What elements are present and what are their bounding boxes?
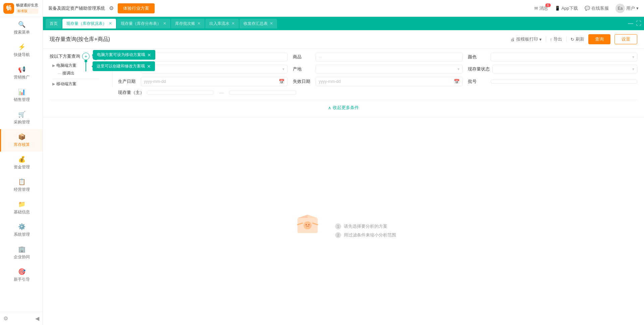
tab-inventory-dist[interactable]: 现存量（库存分布表） ✕ xyxy=(117,19,170,29)
batch-input[interactable] xyxy=(491,79,637,84)
notification-btn[interactable]: ✉ 消息 6 xyxy=(534,5,548,11)
sidebar-item-operation[interactable]: 📋 经营管理 xyxy=(0,174,43,197)
empty-state: 1 请先选择要分析的方案 2 用过滤条件来缩小分析范围 xyxy=(43,118,644,325)
tab-stock-flow[interactable]: 出入库流水 ✕ xyxy=(205,19,239,29)
stock-main-to[interactable] xyxy=(229,91,296,95)
tab-close-recv-send[interactable]: ✕ xyxy=(270,21,273,26)
finance-icon: 💰 xyxy=(18,156,25,163)
system-icon: ⚙️ xyxy=(18,223,25,230)
tooltip-add-close[interactable]: ✕ xyxy=(147,52,151,58)
prod-date-label: 生产日期 xyxy=(118,78,138,85)
color-label: 颜色 xyxy=(468,54,488,60)
tab-home[interactable]: 首页 xyxy=(46,19,62,29)
user-avatar: Ea xyxy=(615,4,625,13)
size-input[interactable]: ▾ xyxy=(141,65,287,73)
stock-status-input[interactable]: ▾ xyxy=(492,65,637,73)
chevron-down-icon: ▾ xyxy=(636,6,639,11)
prod-date-input[interactable]: yyyy-mm-dd 📅 xyxy=(141,77,287,86)
goods-label: 商品 xyxy=(293,54,313,60)
tab-recv-send[interactable]: 收发存汇总表 ✕ xyxy=(239,19,277,29)
scheme-add-btn[interactable]: + xyxy=(82,53,90,60)
reset-btn[interactable]: 设置 xyxy=(614,34,637,44)
page-header: 现存量查询(按仓库+商品) 🖨 按模板打印 ▾ ↑ 导出 ↻ 刷新 查询 xyxy=(43,30,644,49)
chevron-down-icon: ▾ xyxy=(539,37,542,42)
user-menu[interactable]: Ea 用户 ▾ xyxy=(615,4,639,13)
warehouse-input[interactable]: ··· xyxy=(141,53,287,61)
main: 装备及固定资产辅助管理系统 ⚙ 体验行业方案 ✉ 消息 6 📱 App下载 💬 … xyxy=(43,0,644,325)
sidebar-item-label: 搜索菜单 xyxy=(14,30,30,35)
collapse-btn[interactable]: ∧ 收起更多条件 xyxy=(50,102,637,113)
query-btn[interactable]: 查询 xyxy=(588,34,610,44)
sidebar-item-system[interactable]: ⚙️ 系统管理 xyxy=(0,219,43,241)
notification-icon: ✉ xyxy=(534,6,538,11)
sidebar-item-marketing[interactable]: 📢 营销推广 xyxy=(0,62,43,84)
filter-stock-status: 现存量状态 ▾ xyxy=(468,65,637,73)
origin-input[interactable]: ▾ xyxy=(316,65,462,73)
chevron-up-icon: ∧ xyxy=(328,105,331,110)
print-icon: 🖨 xyxy=(511,37,515,42)
refresh-icon: ↻ xyxy=(571,37,574,42)
settings-icon[interactable]: ⚙ xyxy=(3,315,8,322)
tab-close-inventory-dist[interactable]: ✕ xyxy=(163,21,166,26)
batch-label: 批号 xyxy=(468,78,488,85)
tab-close-inventory-batch[interactable]: ✕ xyxy=(197,21,201,26)
purchase-icon: 🛒 xyxy=(18,111,25,118)
sidebar-item-label: 企业协同 xyxy=(14,254,30,260)
quick-nav-icon: ⚡ xyxy=(18,43,25,51)
svg-point-3 xyxy=(304,221,312,229)
sidebar-item-finance[interactable]: 💰 资金管理 xyxy=(0,152,43,174)
collapse-sidebar-icon[interactable]: ◀ xyxy=(35,315,39,322)
sidebar-item-label: 基础信息 xyxy=(14,209,30,215)
header-title: 装备及固定资产辅助管理系统 xyxy=(48,5,105,11)
sidebar-item-label: 经营管理 xyxy=(14,187,30,193)
color-input[interactable]: ▾ xyxy=(491,53,637,61)
color-dropdown: ▾ xyxy=(632,55,634,59)
sidebar-item-label: 采购管理 xyxy=(14,119,30,125)
expire-date-calendar-icon: 📅 xyxy=(454,79,460,84)
sidebar-item-basic[interactable]: 📁 基础信息 xyxy=(0,197,43,219)
sidebar-item-inventory[interactable]: 📦 库存核算 xyxy=(0,129,43,152)
notification-badge: 6 xyxy=(545,3,551,7)
sidebar-item-label: 新手引导 xyxy=(14,277,30,282)
scheme-add-tooltip: 电脑方案可设为移动方案哦 ✕ xyxy=(93,50,155,60)
goods-input[interactable]: ··· xyxy=(316,53,462,61)
export-btn[interactable]: ↑ 导出 xyxy=(550,36,562,42)
sidebar-item-search[interactable]: 🔍 搜索菜单 xyxy=(0,17,43,39)
origin-dropdown: ▾ xyxy=(458,67,460,71)
empty-tip-2: 2 用过滤条件来缩小分析范围 xyxy=(335,232,396,238)
sales-icon: 📊 xyxy=(18,88,25,96)
header-settings-icon[interactable]: ⚙ xyxy=(109,5,114,11)
tab-close-stock-flow[interactable]: ✕ xyxy=(231,21,235,26)
sidebar-item-guide[interactable]: 🎯 新手引导 xyxy=(0,264,43,286)
trial-btn[interactable]: 体验行业方案 xyxy=(118,3,155,13)
filter-origin: 产地 ▾ xyxy=(293,65,462,73)
tab-close-inventory-status[interactable]: ✕ xyxy=(109,21,112,26)
sidebar-item-sales[interactable]: 📊 销售管理 xyxy=(0,84,43,107)
tab-inventory-batch[interactable]: 库存批次账 ✕ xyxy=(171,19,205,29)
separator xyxy=(546,37,546,42)
refresh-btn[interactable]: ↻ 刷新 xyxy=(571,36,584,42)
logo-icon: 畅 xyxy=(3,3,14,14)
svg-point-5 xyxy=(308,224,310,225)
svg-marker-1 xyxy=(298,215,308,218)
online-support-btn[interactable]: 💬 在线客服 xyxy=(585,5,609,11)
scheme-edit-tooltip: 这里可以创建和修改方案哦 ✕ xyxy=(93,61,155,71)
stock-main-label: 现存量（主） xyxy=(118,90,144,96)
stock-main-from[interactable] xyxy=(147,91,214,95)
tab-expand-icon[interactable]: ⛶ xyxy=(636,20,641,26)
sidebar-item-enterprise[interactable]: 🏢 企业协同 xyxy=(0,241,43,264)
expire-date-input[interactable]: yyyy-mm-dd 📅 xyxy=(316,77,462,86)
print-btn[interactable]: 🖨 按模板打印 ▾ xyxy=(511,36,542,42)
filter-color: 颜色 ▾ xyxy=(468,53,637,61)
sidebar-item-purchase[interactable]: 🛒 采购管理 xyxy=(0,107,43,129)
tab-inventory-status[interactable]: 现存量（库存状况表） ✕ xyxy=(62,19,116,29)
tooltip-edit-close[interactable]: ✕ xyxy=(147,64,151,69)
sidebar-item-quick-nav[interactable]: ⚡ 快捷导航 xyxy=(0,39,43,62)
search-icon: 🔍 xyxy=(18,21,25,28)
size-dropdown: ▾ xyxy=(282,67,284,71)
app-download-btn[interactable]: 📱 App下载 xyxy=(555,5,578,11)
filter-batch: 批号 xyxy=(468,78,637,85)
sidebar-logo: 畅 畅捷通好生意 标准版 xyxy=(0,0,43,17)
scheme-add-wrapper: + 电脑方案可设为移动方案哦 ✕ xyxy=(82,53,90,60)
tab-minimize-icon[interactable]: — xyxy=(628,20,633,26)
